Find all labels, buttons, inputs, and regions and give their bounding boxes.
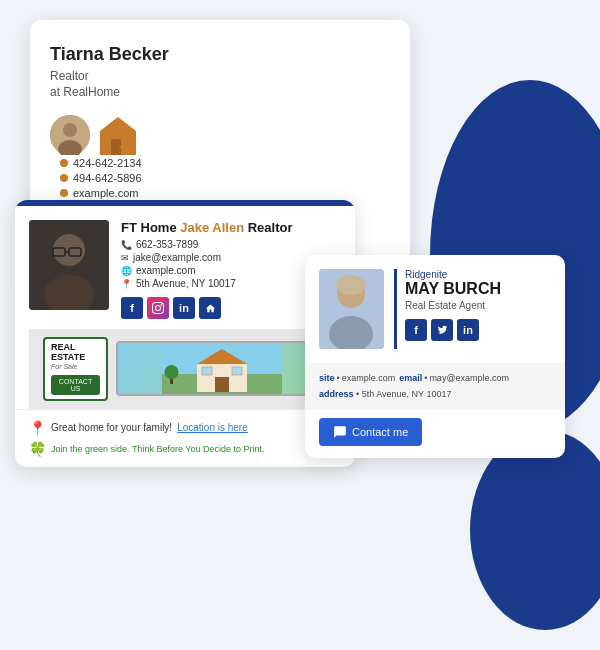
banner-house-img: [116, 341, 327, 396]
card3-facebook-btn[interactable]: f: [405, 319, 427, 341]
phone2-line: 494-642-5896: [60, 172, 260, 184]
card2-banner: REAL ESTATE For Sale CONTACT US: [29, 329, 341, 409]
footer-green: 🍀 Join the green side. Think Before You …: [29, 441, 341, 457]
svg-rect-16: [215, 377, 229, 392]
card3-body: Ridgenite MAY BURCH Real Estate Agent f …: [305, 255, 565, 363]
may-photo: [319, 269, 384, 349]
footer-location: 📍 Great home for your family! Location i…: [29, 420, 341, 436]
svg-point-1: [63, 123, 77, 137]
card3-name: MAY BURCH: [405, 280, 551, 298]
bg-blob-bottom: [470, 430, 600, 630]
dot3: [60, 189, 68, 197]
dot1: [60, 159, 68, 167]
svg-point-20: [164, 365, 178, 379]
card3-site-line: site • example.com email • may@example.c…: [319, 371, 551, 385]
card-may: Ridgenite MAY BURCH Real Estate Agent f …: [305, 255, 565, 458]
instagram-btn[interactable]: [147, 297, 169, 319]
location-link[interactable]: Location is here: [177, 422, 248, 433]
card3-company: Ridgenite: [405, 269, 551, 280]
card2-top-row: FT Home Jake Allen Realtor 📞 662-353-789…: [29, 220, 341, 319]
banner-text-block: REAL ESTATE For Sale CONTACT US: [43, 337, 108, 401]
house-badge: [96, 113, 140, 157]
card2-brand: FT Home Jake Allen Realtor: [121, 220, 341, 235]
jake-photo: [29, 220, 109, 310]
website-line: example.com: [60, 187, 260, 199]
phone1-line: 424-642-2134: [60, 157, 260, 169]
card2-body: FT Home Jake Allen Realtor 📞 662-353-789…: [15, 206, 355, 409]
banner-contact-btn[interactable]: CONTACT US: [51, 375, 100, 395]
card1-title: Realtor at RealHome: [50, 68, 210, 102]
card2-phone: 📞 662-353-7899: [121, 239, 341, 250]
svg-rect-17: [202, 367, 212, 375]
card3-twitter-btn[interactable]: [431, 319, 453, 341]
banner-title: REAL ESTATE: [51, 343, 100, 363]
card3-social: f in: [405, 319, 551, 341]
facebook-btn[interactable]: f: [121, 297, 143, 319]
svg-point-5: [119, 146, 121, 148]
svg-point-24: [336, 275, 366, 295]
banner-subtitle: For Sale: [51, 363, 100, 370]
scene: Tiarna Becker Realtor at RealHome: [0, 0, 600, 650]
avatar-person: [50, 115, 90, 155]
home-btn[interactable]: [199, 297, 221, 319]
card3-linkedin-btn[interactable]: in: [457, 319, 479, 341]
green-text: Join the green side. Think Before You De…: [51, 444, 264, 454]
card2-footer: 📍 Great home for your family! Location i…: [15, 409, 355, 467]
card3-footer: site • example.com email • may@example.c…: [305, 363, 565, 410]
dot2: [60, 174, 68, 182]
linkedin-btn[interactable]: in: [173, 297, 195, 319]
card1-name: Tiarna Becker: [50, 44, 210, 66]
card-jake: FT Home Jake Allen Realtor 📞 662-353-789…: [15, 200, 355, 467]
svg-rect-18: [232, 367, 242, 375]
card1-left: Tiarna Becker Realtor at RealHome: [50, 44, 210, 157]
card3-info: Ridgenite MAY BURCH Real Estate Agent f …: [394, 269, 551, 349]
contact-me-button[interactable]: Contact me: [319, 418, 422, 446]
card1-avatars: [50, 113, 210, 157]
card3-role: Real Estate Agent: [405, 300, 551, 311]
